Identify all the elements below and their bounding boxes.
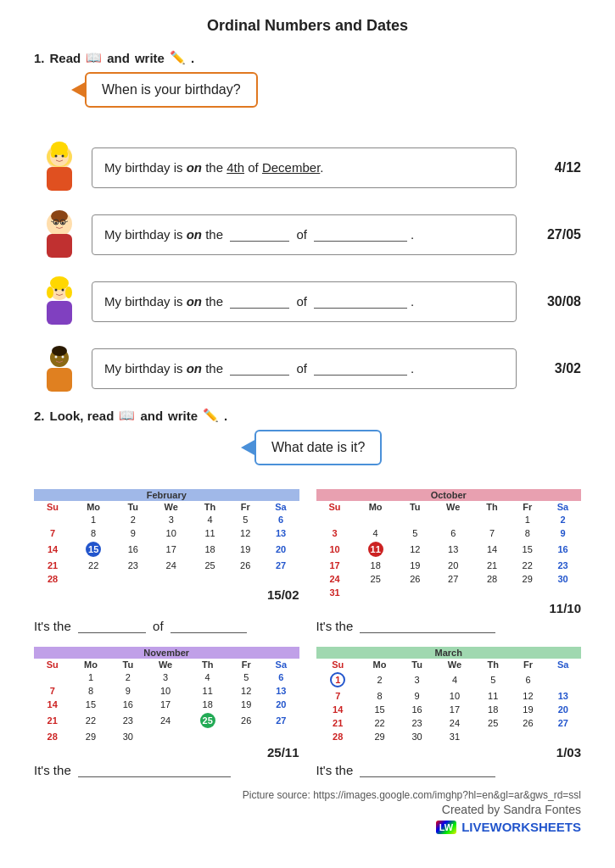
svg-point-8	[61, 155, 64, 158]
avatar-2	[34, 207, 85, 262]
lw-logo: LW	[436, 821, 457, 834]
birthday-row-3: My birthday is on the of . 30/08	[34, 274, 581, 329]
calendar-february: February Su Mo Tu We Th Fr Sa	[34, 489, 299, 615]
nov-table: November Su Mo Tu We Th Fr Sa	[34, 647, 299, 743]
calendars-top-row: February Su Mo Tu We Th Fr Sa	[34, 489, 581, 615]
calendar-november: November Su Mo Tu We Th Fr Sa	[34, 647, 299, 760]
pencil-icon: ✏️	[170, 50, 186, 65]
section1: 1. Read 📖 and write ✏️ . When is your bi…	[34, 50, 581, 396]
section2: 2. Look, read 📖 and write ✏️ . What date…	[34, 408, 581, 777]
svg-point-27	[54, 356, 57, 359]
feb-title: February	[34, 489, 299, 501]
svg-rect-2	[47, 167, 72, 191]
birthday-box-3: My birthday is on the of .	[92, 281, 517, 322]
svg-point-6	[51, 142, 68, 155]
birthday-box-1: My birthday is on the 4th of December.	[92, 147, 517, 188]
mar-title: March	[316, 647, 582, 659]
lw-text: LIVEWORKSHEETS	[461, 820, 581, 834]
svg-point-21	[65, 287, 72, 298]
and-text-2: and	[140, 409, 163, 423]
date-label-4: 3/02	[530, 361, 581, 376]
svg-point-26	[52, 346, 67, 356]
book-icon-2: 📖	[119, 408, 135, 423]
footer: Picture source: https://images.google.co…	[34, 789, 581, 834]
section2-label: 2. Look, read 📖 and write ✏️ .	[34, 408, 581, 423]
question-text-2: What date is it?	[271, 440, 365, 454]
mar-table: March Su Mo Tu We Th Fr Sa	[316, 647, 582, 743]
svg-point-22	[54, 289, 57, 292]
avatar-4	[34, 341, 85, 396]
svg-point-19	[50, 276, 69, 290]
picture-source: Picture source: https://images.google.co…	[34, 789, 581, 801]
birthday-row-2: My birthday is on the of . 27/05	[34, 207, 581, 262]
feb-date-label: 15/02	[267, 587, 299, 602]
oct-title: October	[316, 489, 582, 501]
section1-number: 1.	[34, 51, 45, 65]
birthday-box-4: My birthday is on the of .	[92, 348, 517, 389]
date-label-3: 30/08	[530, 294, 581, 309]
its-the-row-1: It's the of It's the	[34, 619, 581, 633]
calendar-october: October Su Mo Tu We Th Fr Sa	[316, 489, 582, 615]
avatar-1	[34, 140, 85, 195]
svg-rect-10	[47, 234, 72, 258]
oct-table: October Su Mo Tu We Th Fr Sa	[316, 489, 582, 599]
section2-number: 2.	[34, 409, 45, 423]
question-bubble: When is your birthday?	[85, 72, 258, 108]
svg-point-14	[61, 222, 64, 225]
book-icon: 📖	[86, 50, 102, 65]
birthday-row-4: My birthday is on the of . 3/02	[34, 341, 581, 396]
calendars-bottom-row: November Su Mo Tu We Th Fr Sa	[34, 647, 581, 760]
oct-date-label: 11/10	[549, 601, 581, 615]
svg-point-23	[61, 289, 64, 292]
svg-rect-24	[47, 368, 72, 392]
and-text: and	[107, 51, 130, 65]
write-text: write	[135, 51, 165, 65]
liveworksheets-branding: LW LIVEWORKSHEETS	[34, 820, 581, 834]
feb-15-highlight: 15	[86, 542, 101, 557]
mar-1-highlight: 1	[330, 672, 345, 687]
svg-point-20	[47, 287, 53, 298]
nov-title: November	[34, 647, 299, 659]
date-label-1: 4/12	[530, 160, 581, 175]
avatar-3	[34, 274, 85, 329]
date-label-2: 27/05	[530, 227, 581, 242]
birthday-row-1: My birthday is on the 4th of December. 4…	[34, 140, 581, 195]
pencil-icon-2: ✏️	[203, 408, 219, 423]
created-by: Created by Sandra Fontes	[34, 803, 581, 816]
nov-25-highlight: 25	[200, 713, 215, 728]
svg-point-13	[54, 222, 57, 225]
question-text: When is your birthday?	[102, 82, 241, 97]
svg-point-28	[61, 356, 64, 359]
birthday-box-2: My birthday is on the of .	[92, 214, 517, 255]
svg-rect-17	[47, 301, 72, 325]
write-text-2: write	[168, 409, 198, 423]
svg-point-7	[54, 155, 57, 158]
question-bubble-2: What date is it?	[254, 430, 382, 465]
look-read-text: Look, read	[50, 409, 115, 423]
read-text: Read	[50, 51, 81, 65]
section1-label: 1. Read 📖 and write ✏️ .	[34, 50, 581, 65]
feb-table: February Su Mo Tu We Th Fr Sa	[34, 489, 299, 586]
page-title: Ordinal Numbers and Dates	[34, 17, 581, 35]
nov-date-label: 25/11	[267, 745, 299, 760]
its-the-row-2: It's the It's the	[34, 763, 581, 777]
mar-date-label: 1/03	[556, 745, 581, 760]
svg-point-12	[51, 210, 68, 222]
oct-11-highlight: 11	[368, 542, 383, 557]
calendar-march: March Su Mo Tu We Th Fr Sa	[316, 647, 582, 760]
